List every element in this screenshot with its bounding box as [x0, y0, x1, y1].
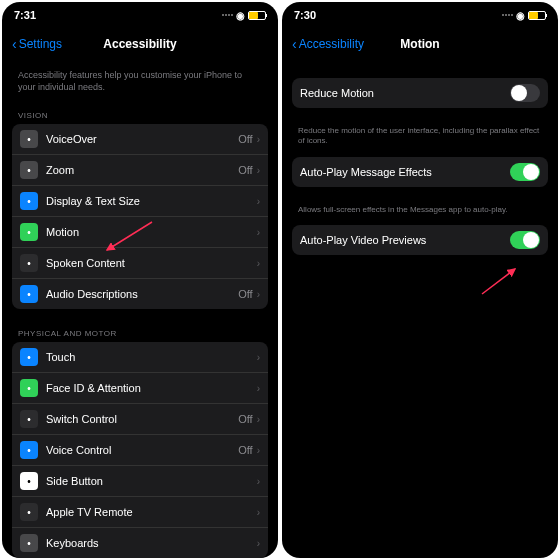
row-icon: •: [20, 379, 38, 397]
row-icon: •: [20, 348, 38, 366]
autoplay-video-toggle[interactable]: [510, 231, 540, 249]
row-icon: •: [20, 192, 38, 210]
chevron-right-icon: ›: [257, 538, 260, 549]
row-label: Switch Control: [46, 413, 238, 425]
chevron-right-icon: ›: [257, 476, 260, 487]
row-icon: •: [20, 534, 38, 552]
row-icon: •: [20, 254, 38, 272]
chevron-right-icon: ›: [257, 227, 260, 238]
right-screen: 7:30 ◉ ‹ Accessibility Motion Reduce Mot…: [282, 2, 558, 558]
row-icon: •: [20, 285, 38, 303]
page-title: Motion: [400, 37, 439, 51]
row-label: Keyboards: [46, 537, 253, 549]
row-label: Motion: [46, 226, 253, 238]
row-label: Display & Text Size: [46, 195, 253, 207]
wifi-icon: ◉: [236, 10, 245, 21]
section-header-motor: PHYSICAL AND MOTOR: [12, 323, 268, 342]
battery-icon: [528, 11, 546, 20]
row-value: Off: [238, 133, 252, 145]
section-header-vision: VISION: [12, 105, 268, 124]
chevron-right-icon: ›: [257, 383, 260, 394]
chevron-right-icon: ›: [257, 352, 260, 363]
row-icon: •: [20, 441, 38, 459]
chevron-right-icon: ›: [257, 445, 260, 456]
row-value: Off: [238, 444, 252, 456]
autoplay-video-row[interactable]: Auto-Play Video Previews: [292, 225, 548, 255]
row-icon: •: [20, 130, 38, 148]
row-label: Spoken Content: [46, 257, 253, 269]
motor-row[interactable]: •Switch ControlOff›: [12, 404, 268, 435]
status-icons: ◉: [222, 10, 266, 21]
chevron-right-icon: ›: [257, 258, 260, 269]
chevron-left-icon: ‹: [12, 36, 17, 52]
row-icon: •: [20, 503, 38, 521]
back-button[interactable]: ‹ Accessibility: [292, 36, 364, 52]
nav-bar: ‹ Settings Accessibility: [2, 28, 278, 60]
chevron-right-icon: ›: [257, 196, 260, 207]
motor-row[interactable]: •Touch›: [12, 342, 268, 373]
row-label: Voice Control: [46, 444, 238, 456]
row-value: Off: [238, 413, 252, 425]
vision-row[interactable]: •Audio DescriptionsOff›: [12, 279, 268, 309]
row-label: Auto-Play Message Effects: [300, 166, 510, 178]
row-icon: •: [20, 223, 38, 241]
vision-group: •VoiceOverOff›•ZoomOff›•Display & Text S…: [12, 124, 268, 309]
row-icon: •: [20, 161, 38, 179]
motor-group: •Touch›•Face ID & Attention›•Switch Cont…: [12, 342, 268, 558]
row-label: Zoom: [46, 164, 238, 176]
row-label: Apple TV Remote: [46, 506, 253, 518]
reduce-motion-toggle[interactable]: [510, 84, 540, 102]
chevron-right-icon: ›: [257, 165, 260, 176]
vision-row[interactable]: •Spoken Content›: [12, 248, 268, 279]
motor-row[interactable]: •Face ID & Attention›: [12, 373, 268, 404]
autoplay-messages-toggle[interactable]: [510, 163, 540, 181]
row-label: Auto-Play Video Previews: [300, 234, 510, 246]
status-icons: ◉: [502, 10, 546, 21]
reduce-motion-row[interactable]: Reduce Motion: [292, 78, 548, 108]
row-value: Off: [238, 288, 252, 300]
page-title: Accessibility: [103, 37, 176, 51]
autoplay-messages-row[interactable]: Auto-Play Message Effects: [292, 157, 548, 187]
reduce-motion-group: Reduce Motion: [292, 78, 548, 108]
motor-row[interactable]: •Voice ControlOff›: [12, 435, 268, 466]
chevron-right-icon: ›: [257, 414, 260, 425]
row-icon: •: [20, 410, 38, 428]
row-label: Touch: [46, 351, 253, 363]
motor-row[interactable]: •Keyboards›: [12, 528, 268, 558]
helper-text: Reduce the motion of the user interface,…: [292, 122, 548, 157]
motor-row[interactable]: •Apple TV Remote›: [12, 497, 268, 528]
intro-text: Accessibility features help you customis…: [12, 60, 268, 105]
time: 7:31: [14, 9, 36, 21]
left-screen: 7:31 ◉ ‹ Settings Accessibility Accessib…: [2, 2, 278, 558]
helper-text: Allows full-screen effects in the Messag…: [292, 201, 548, 225]
chevron-right-icon: ›: [257, 507, 260, 518]
chevron-right-icon: ›: [257, 289, 260, 300]
autoplay-video-group: Auto-Play Video Previews: [292, 225, 548, 255]
status-bar: 7:31 ◉: [2, 2, 278, 28]
row-label: Face ID & Attention: [46, 382, 253, 394]
battery-icon: [248, 11, 266, 20]
vision-row[interactable]: •Display & Text Size›: [12, 186, 268, 217]
vision-row[interactable]: •VoiceOverOff›: [12, 124, 268, 155]
vision-row[interactable]: •ZoomOff›: [12, 155, 268, 186]
row-label: Reduce Motion: [300, 87, 510, 99]
vision-row[interactable]: •Motion›: [12, 217, 268, 248]
row-icon: •: [20, 472, 38, 490]
time: 7:30: [294, 9, 316, 21]
nav-bar: ‹ Accessibility Motion: [282, 28, 558, 60]
motor-row[interactable]: •Side Button›: [12, 466, 268, 497]
row-value: Off: [238, 164, 252, 176]
status-bar: 7:30 ◉: [282, 2, 558, 28]
wifi-icon: ◉: [516, 10, 525, 21]
chevron-left-icon: ‹: [292, 36, 297, 52]
row-label: Side Button: [46, 475, 253, 487]
row-label: VoiceOver: [46, 133, 238, 145]
autoplay-messages-group: Auto-Play Message Effects: [292, 157, 548, 187]
chevron-right-icon: ›: [257, 134, 260, 145]
back-button[interactable]: ‹ Settings: [12, 36, 62, 52]
row-label: Audio Descriptions: [46, 288, 238, 300]
